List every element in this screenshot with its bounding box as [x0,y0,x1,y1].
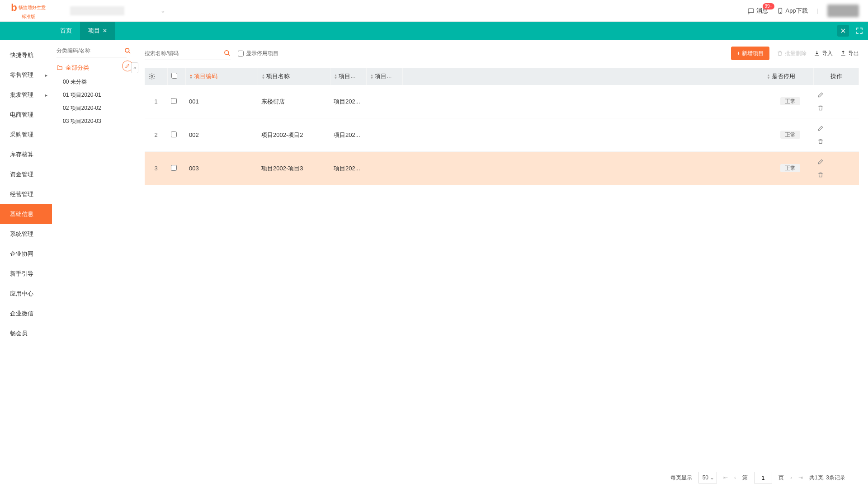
sidebar-item-13[interactable]: 应用中心 [0,284,52,304]
project-table: ▲▼项目编码 ▲▼项目名称 ▲▼项目... ▲▼项目... ▲▼是否停用 操作 … [145,68,859,467]
sidebar-item-10[interactable]: 系统管理 [0,224,52,244]
tab-home[interactable]: 首页 [52,22,80,40]
logo-edition: 标准版 [22,14,35,20]
cell-cat2 [366,118,402,152]
edit-icon[interactable] [817,159,855,165]
sidebar-item-9[interactable]: 基础信息 [0,204,52,224]
row-checkbox[interactable] [171,98,177,104]
pagination: 每页显示 50 ⇤ ‹ 第 页 › ⇥ 共1页, 3条记录 [145,467,859,488]
page-last-icon[interactable]: ⇥ [798,474,803,481]
search-icon[interactable] [124,47,131,54]
phone-icon [777,7,783,14]
sidebar-item-8[interactable]: 经营管理 [0,184,52,204]
tree-child-2[interactable]: 02 项目2020-02 [57,102,131,115]
sidebar-item-7[interactable]: 资金管理 [0,164,52,184]
table-row[interactable]: 2002项目2002-项目2项目202...正常 [145,118,859,152]
tab-project[interactable]: 项目 ✕ [80,22,115,40]
edit-icon[interactable] [817,125,855,131]
export-icon [840,50,846,56]
status-badge: 正常 [780,131,800,139]
table-header-cat[interactable]: ▲▼项目... [330,68,366,85]
plus-icon: + [737,50,740,56]
tree-collapse-button[interactable]: « [131,62,138,73]
sidebar-item-1[interactable]: 快捷导航 [0,45,52,65]
table-header-disabled[interactable]: ▲▼是否停用 [402,68,814,85]
download-label: App下载 [785,7,807,15]
trash-icon[interactable] [817,172,855,178]
table-header-code[interactable]: ▲▼项目编码 [185,68,258,85]
row-checkbox[interactable] [171,165,177,171]
batch-delete-button[interactable]: 批量删除 [777,50,807,57]
table-checkbox-header[interactable] [167,68,185,85]
page-summary: 共1页, 3条记录 [809,474,845,482]
sidebar-item-2[interactable]: 零售管理▸ [0,65,52,85]
tree-child-1[interactable]: 01 项目2020-01 [57,89,131,102]
table-row[interactable]: 1001东楼街店项目202...正常 [145,85,859,118]
tree-root-all[interactable]: 全部分类 [57,64,131,72]
tree-search-input[interactable] [57,44,124,57]
sidebar-item-6[interactable]: 库存核算 [0,145,52,164]
logo-brand: 畅捷通好生意 [19,5,46,11]
page-input[interactable] [754,472,772,483]
row-checkbox[interactable] [171,131,177,137]
page-next-icon[interactable]: › [790,474,792,481]
page-first-icon[interactable]: ⇤ [723,474,728,481]
cell-cat2 [366,152,402,185]
download-button[interactable]: App下载 [777,7,807,15]
tree-child-0[interactable]: 00 未分类 [57,75,131,89]
show-disabled-input[interactable] [238,51,244,56]
sidebar-item-14[interactable]: 企业微信 [0,304,52,324]
sidebar-item-label: 经营管理 [10,190,33,198]
content-toolbar: 显示停用项目 + 新增项目 批量删除 导入 [145,44,859,62]
import-button[interactable]: 导入 [814,50,833,57]
table-settings-header[interactable] [145,68,167,85]
per-page-label: 每页显示 [670,474,692,482]
sidebar-item-5[interactable]: 采购管理 [0,125,52,145]
table-header-cat2[interactable]: ▲▼项目... [366,68,402,85]
messages-button[interactable]: 消息 99+ [747,7,768,15]
table-header-row: ▲▼项目编码 ▲▼项目名称 ▲▼项目... ▲▼项目... ▲▼是否停用 操作 [145,68,859,85]
main-area: 全部分类 00 未分类01 项目2020-0102 项目2020-0203 项目… [52,40,868,488]
edit-icon[interactable] [817,92,855,98]
svg-point-4 [225,51,229,55]
close-icon[interactable]: ✕ [103,28,107,34]
sidebar-item-label: 采购管理 [10,131,33,139]
company-selector[interactable]: ⌄ [70,6,165,15]
caret-icon: ▸ [45,73,47,78]
sidebar-item-11[interactable]: 企业协同 [0,244,52,264]
fullscreen-button[interactable] [854,25,865,37]
sidebar-item-label: 新手引导 [10,270,33,278]
tabs-close-all-button[interactable] [837,25,849,37]
sidebar-item-15[interactable]: 畅会员 [0,324,52,343]
tab-home-label: 首页 [60,27,72,35]
page-suffix: 页 [778,474,784,482]
table-header-name[interactable]: ▲▼项目名称 [258,68,330,85]
export-button[interactable]: 导出 [840,50,859,57]
per-page-select[interactable]: 50 [698,472,717,483]
message-icon [747,7,755,14]
table-header-ops: 操作 [814,68,859,85]
trash-icon[interactable] [817,105,855,111]
row-index: 1 [145,85,167,118]
tab-bar: 首页 项目 ✕ [0,22,868,40]
cell-disabled: 正常 [402,85,814,118]
show-disabled-checkbox[interactable]: 显示停用项目 [238,50,278,57]
tree-child-3[interactable]: 03 项目2020-03 [57,115,131,128]
cell-cat: 项目202... [330,85,366,118]
sidebar-item-4[interactable]: 电商管理 [0,105,52,125]
search-icon[interactable] [224,50,231,56]
add-project-button[interactable]: + 新增项目 [731,47,769,60]
table-row[interactable]: 3003项目2002-项目3项目202...正常 [145,152,859,185]
sidebar-item-12[interactable]: 新手引导 [0,264,52,284]
svg-point-2 [780,12,781,12]
cell-ops [814,118,859,152]
sidebar-item-label: 企业微信 [10,310,33,318]
content-search-input[interactable] [145,47,224,60]
cell-disabled: 正常 [402,152,814,185]
trash-icon[interactable] [817,138,855,145]
status-badge: 正常 [780,164,800,172]
sidebar-item-3[interactable]: 批发管理▸ [0,85,52,105]
user-avatar[interactable] [827,5,859,17]
page-prev-icon[interactable]: ‹ [734,474,736,481]
row-index: 2 [145,118,167,152]
